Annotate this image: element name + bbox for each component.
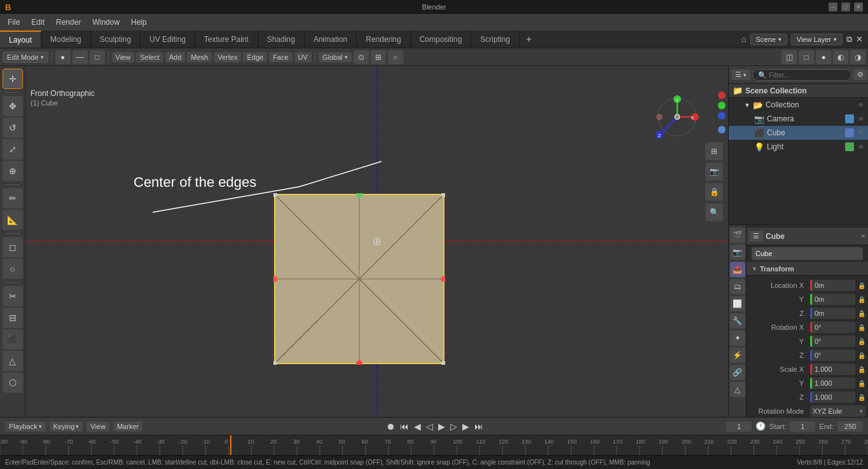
particles-props-btn[interactable]: ✦ (730, 330, 745, 346)
move-tool-btn[interactable]: ✥ (3, 96, 23, 116)
view-menu-btn[interactable]: View (112, 52, 135, 62)
collection-vis-eye[interactable]: 👁 (858, 102, 864, 109)
view-btn[interactable]: View (86, 421, 109, 432)
prev-keyframe-btn[interactable]: ◁ (425, 420, 434, 433)
transform-tool-btn[interactable]: ⊕ (3, 161, 23, 181)
extrude-tool-btn[interactable]: ⬛ (3, 329, 23, 350)
rot-x-field[interactable]: 0° (810, 322, 855, 333)
cube-row[interactable]: ⬛ Cube 👁 (729, 126, 868, 140)
scene-props-btn[interactable]: 🎬 (730, 228, 745, 243)
keying-btn[interactable]: Keying (50, 421, 83, 432)
zoom-in-btn[interactable]: 🔍 (705, 203, 723, 221)
annotate-tool-btn[interactable]: ✏ (3, 188, 23, 208)
rendered-btn[interactable]: ◑ (850, 50, 865, 64)
face-menu-btn[interactable]: Face (269, 52, 292, 62)
data-props-btn[interactable]: △ (730, 382, 745, 397)
menu-window[interactable]: Window (87, 16, 125, 29)
clock-icon[interactable]: 🕐 (755, 421, 766, 431)
jump-start-btn[interactable]: ⏮ (399, 420, 410, 433)
snap-btn[interactable]: ⊞ (371, 50, 386, 64)
grid-toggle-btn[interactable]: ⊞ (705, 142, 723, 160)
material-preview-btn[interactable]: ◐ (833, 50, 848, 64)
pivot-btn[interactable]: ⊙ (354, 50, 369, 64)
physics-props-btn[interactable]: ⚡ (730, 348, 745, 363)
menu-edit[interactable]: Edit (26, 16, 50, 29)
timeline-ruler[interactable] (0, 435, 868, 455)
add-workspace-button[interactable]: + (520, 31, 538, 48)
loc-x-lock[interactable]: 🔒 (858, 282, 865, 289)
vertex-menu-btn[interactable]: Vertex (214, 52, 241, 62)
loc-y-field[interactable]: 0m (810, 294, 855, 305)
viewport-gizmo[interactable]: X Y Z (652, 92, 703, 142)
scale-y-field[interactable]: 1.000 (810, 377, 855, 389)
cursor-tool-btn[interactable]: ✛ (3, 69, 23, 89)
knife-tool-btn[interactable]: ✂ (3, 286, 23, 306)
object-name-field[interactable]: Cube (752, 247, 863, 260)
minimize-button[interactable]: ─ (829, 3, 837, 11)
xray-btn[interactable]: ◫ (782, 50, 797, 64)
outliner-search[interactable] (752, 69, 851, 81)
loopcut-tool-btn[interactable]: ⊟ (3, 308, 23, 328)
camera-view-btn[interactable]: 📷 (705, 163, 723, 180)
uv-menu-btn[interactable]: UV (294, 52, 312, 62)
close-button[interactable]: ✕ (854, 3, 863, 11)
transform-orientation-btn[interactable]: Global (319, 52, 352, 62)
outliner-filter-btn[interactable]: ⚙ (853, 69, 867, 80)
scale-z-field[interactable]: 1.000 (810, 391, 855, 403)
rotmode-field[interactable]: XYZ Eule ▾ (810, 405, 865, 417)
loc-x-field[interactable]: 0m (810, 280, 855, 291)
vertex-mode-btn[interactable]: ● (55, 50, 71, 64)
scene-collection-row[interactable]: 📁 Scene Collection (729, 84, 868, 98)
ws-tab-sculpting[interactable]: Sculpting (91, 31, 141, 48)
ws-tab-scripting[interactable]: Scripting (471, 31, 520, 48)
maximize-button[interactable]: □ (841, 3, 850, 11)
box-select-btn[interactable]: ◻ (3, 237, 23, 257)
inset-tool-btn[interactable]: △ (3, 351, 23, 371)
rot-x-lock[interactable]: 🔒 (858, 324, 865, 331)
next-frame-btn[interactable]: ▶ (461, 420, 471, 433)
mode-selector[interactable]: Edit Mode (3, 51, 48, 63)
measure-tool-btn[interactable]: 📐 (3, 210, 23, 230)
light-vis-eye[interactable]: 👁 (858, 144, 864, 151)
viewlayer-selector[interactable]: View Layer (791, 34, 843, 45)
ws-tab-modeling[interactable]: Modeling (41, 31, 91, 48)
circle-select-btn[interactable]: ○ (3, 259, 23, 279)
ws-tab-uvediting[interactable]: UV Editing (141, 31, 195, 48)
menu-file[interactable]: File (3, 16, 25, 29)
next-keyframe-btn[interactable]: ▷ (449, 420, 458, 433)
loc-z-lock[interactable]: 🔒 (858, 310, 865, 317)
constraints-props-btn[interactable]: 🔗 (730, 365, 745, 380)
loc-z-field[interactable]: 0m (810, 308, 855, 319)
marker-btn[interactable]: Marker (113, 421, 142, 432)
current-frame-display[interactable]: 1 (726, 421, 752, 432)
proportional-btn[interactable]: ○ (388, 50, 403, 64)
ws-tab-layout[interactable]: Layout (0, 31, 41, 48)
viewport[interactable]: Front Orthographic (1) Cube (25, 66, 728, 417)
playback-btn[interactable]: Playback (5, 421, 46, 432)
start-frame-display[interactable]: 1 (790, 421, 815, 432)
props-panel-menu-btn[interactable]: ☰ (749, 231, 763, 241)
modifier-props-btn[interactable]: 🔧 (730, 313, 745, 329)
viewlayer-props-btn[interactable]: 🗂 (730, 279, 745, 294)
scale-x-lock[interactable]: 🔒 (858, 366, 865, 373)
jump-end-btn[interactable]: ⏭ (473, 420, 485, 433)
props-close-btn[interactable]: ✕ (860, 233, 865, 240)
rot-z-lock[interactable]: 🔒 (858, 352, 865, 359)
scale-x-field[interactable]: 1.000 (810, 364, 855, 375)
lock-camera-btn[interactable]: 🔒 (705, 183, 723, 201)
wireframe-btn[interactable]: □ (799, 50, 814, 64)
menu-help[interactable]: Help (126, 16, 152, 29)
face-mode-btn[interactable]: □ (90, 50, 105, 64)
scene-selector[interactable]: Scene (750, 34, 787, 45)
outliner-menu-btn[interactable]: ☰ (731, 69, 750, 80)
menu-render[interactable]: Render (51, 16, 86, 29)
ws-tab-shading[interactable]: Shading (258, 31, 305, 48)
add-menu-btn[interactable]: Add (165, 52, 186, 62)
scale-z-lock[interactable]: 🔒 (858, 394, 865, 401)
scale-tool-btn[interactable]: ⤢ (3, 139, 23, 160)
play-btn[interactable]: ▶ (437, 420, 446, 433)
output-props-btn[interactable]: 📤 (730, 262, 745, 277)
collection-row[interactable]: ▼ 📂 Collection 👁 (729, 98, 868, 112)
record-btn[interactable]: ⏺ (385, 420, 396, 433)
transform-section-header[interactable]: ▼ Transform (747, 262, 868, 276)
